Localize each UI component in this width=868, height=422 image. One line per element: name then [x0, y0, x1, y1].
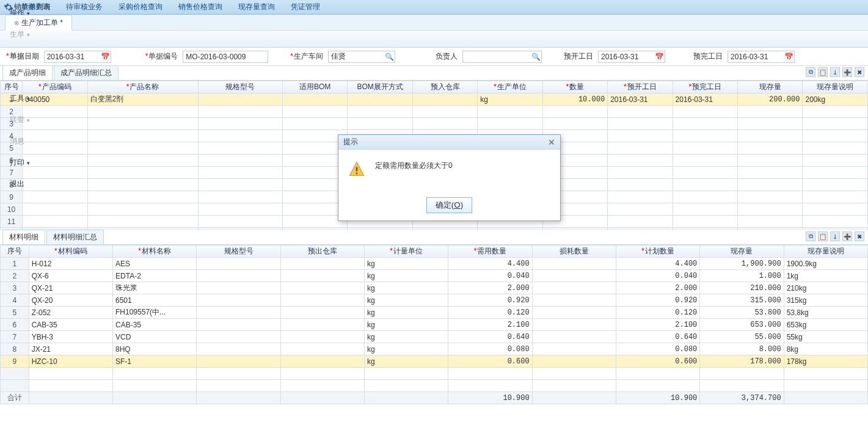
ok-button[interactable]: 确定(O) [426, 197, 472, 213]
close-icon[interactable]: ✕ [548, 137, 555, 147]
svg-rect-0 [356, 167, 357, 172]
dialog-title: 提示 [343, 137, 358, 147]
dialog-message: 定额需用数量必须大于0 [375, 161, 453, 171]
svg-rect-1 [356, 173, 357, 174]
warning-icon [348, 161, 365, 178]
modal-overlay: 提示 ✕ 定额需用数量必须大于0 确定(O) [0, 0, 868, 422]
alert-dialog: 提示 ✕ 定额需用数量必须大于0 确定(O) [338, 134, 561, 221]
